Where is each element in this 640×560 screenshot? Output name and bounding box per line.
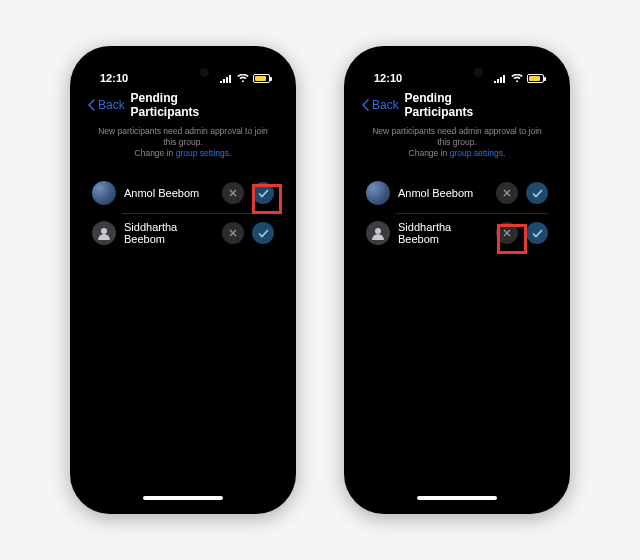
notch [149, 64, 217, 82]
status-indicators [220, 74, 270, 83]
svg-point-0 [101, 228, 107, 234]
notice-text: New participants need admin approval to … [352, 122, 562, 173]
approve-button[interactable] [526, 182, 548, 204]
status-time: 12:10 [100, 72, 128, 84]
nav-bar: Back Pending Participants [352, 90, 562, 122]
back-button[interactable]: Back [362, 98, 399, 112]
participant-name: Siddhartha Beebom [398, 221, 488, 245]
participant-row: Siddhartha Beebom [78, 213, 288, 253]
group-settings-link[interactable]: group settings [450, 148, 503, 158]
status-indicators [494, 74, 544, 83]
participant-list: Anmol Beebom Siddhartha Beebom [352, 173, 562, 253]
notch [423, 64, 491, 82]
reject-button[interactable] [222, 222, 244, 244]
reject-button[interactable] [496, 182, 518, 204]
avatar [366, 221, 390, 245]
back-button[interactable]: Back [88, 98, 125, 112]
battery-icon [527, 74, 544, 83]
signal-icon [220, 74, 233, 83]
group-settings-link[interactable]: group settings [176, 148, 229, 158]
reject-button[interactable] [222, 182, 244, 204]
reject-button[interactable] [496, 222, 518, 244]
approve-button[interactable] [252, 182, 274, 204]
screen: 12:10 Back Pending Participants New part… [78, 54, 288, 506]
screen: 12:10 Back Pending Participants New part… [352, 54, 562, 506]
participant-name: Anmol Beebom [398, 187, 488, 199]
phone-frame-left: 12:10 Back Pending Participants New part… [70, 46, 296, 514]
signal-icon [494, 74, 507, 83]
wifi-icon [237, 74, 249, 83]
back-label: Back [372, 98, 399, 112]
status-time: 12:10 [374, 72, 402, 84]
approve-button[interactable] [252, 222, 274, 244]
participant-name: Siddhartha Beebom [124, 221, 214, 245]
back-label: Back [98, 98, 125, 112]
avatar [92, 181, 116, 205]
participant-row: Siddhartha Beebom [352, 213, 562, 253]
battery-icon [253, 74, 270, 83]
participant-row: Anmol Beebom [78, 173, 288, 213]
nav-bar: Back Pending Participants [78, 90, 288, 122]
participant-name: Anmol Beebom [124, 187, 214, 199]
avatar [92, 221, 116, 245]
wifi-icon [511, 74, 523, 83]
participant-list: Anmol Beebom Siddhartha Beebom [78, 173, 288, 253]
avatar [366, 181, 390, 205]
page-title: Pending Participants [131, 91, 236, 119]
svg-point-1 [375, 228, 381, 234]
home-indicator [143, 496, 223, 500]
phone-frame-right: 12:10 Back Pending Participants New part… [344, 46, 570, 514]
approve-button[interactable] [526, 222, 548, 244]
home-indicator [417, 496, 497, 500]
participant-row: Anmol Beebom [352, 173, 562, 213]
page-title: Pending Participants [405, 91, 510, 119]
notice-text: New participants need admin approval to … [78, 122, 288, 173]
